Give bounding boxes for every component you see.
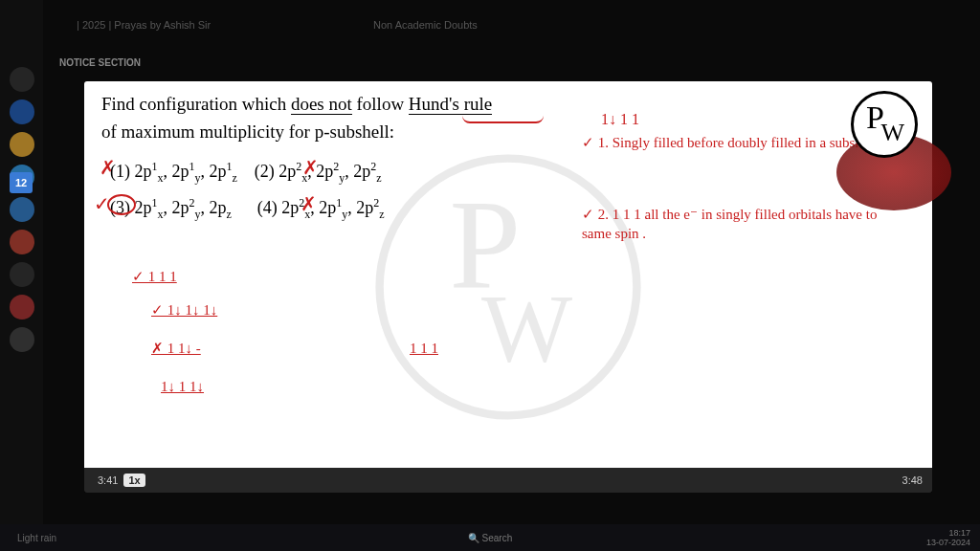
cross-mark-icon: ✗: [100, 156, 116, 179]
sidebar-channel-icon[interactable]: [10, 197, 34, 222]
cross-mark-icon: ✗: [302, 156, 319, 179]
video-current-time: 3:41: [98, 474, 118, 486]
sidebar-channel-icon[interactable]: [10, 132, 34, 157]
video-controls[interactable]: 3:41 1x 3:48: [84, 468, 932, 493]
notice-section-label: NOTICE SECTION: [59, 57, 141, 68]
playback-speed-button[interactable]: 1x: [123, 474, 145, 487]
orbital-diagram-3: ✗ 1 1↓ -: [151, 340, 201, 359]
video-slide: P W Find configuration which does not fo…: [84, 81, 932, 493]
pw-logo: P W: [851, 91, 918, 158]
calendar-icon[interactable]: 12: [10, 172, 33, 193]
orbital-diagram-5: 1 1 1: [410, 340, 438, 359]
windows-taskbar[interactable]: Light rain 🔍 Search 18:1713-07-2024: [0, 524, 980, 551]
taskbar-search[interactable]: 🔍 Search: [468, 533, 512, 543]
app-sidebar: [0, 0, 43, 551]
option-row-2: (3) 2p1x, 2p2y, 2pz (4) 2p2x, 2p1y, 2p2z: [101, 196, 385, 222]
sidebar-channel-icon[interactable]: [10, 99, 34, 124]
sidebar-channel-icon[interactable]: [10, 295, 34, 320]
circled-answer: [107, 194, 136, 215]
brace-annotation: [462, 116, 544, 123]
orbital-diagram-4: 1↓ 1 1↓: [161, 378, 204, 397]
nav-tab[interactable]: Non Academic Doubts: [373, 19, 478, 31]
sidebar-channel-icon[interactable]: [10, 327, 34, 352]
orbital-diagram-1: ✓ 1 1 1: [132, 268, 177, 287]
handwritten-rule-2: ✓ 2. 1 1 1 all the e⁻ in singly filled o…: [582, 206, 907, 243]
handwritten-rule-1: ✓ 1. Singly filled before doubly filled …: [582, 134, 888, 153]
nav-breadcrumb[interactable]: | 2025 | Prayas by Ashish Sir: [77, 19, 211, 31]
orbital-diagram-2: ✓ 1↓ 1↓ 1↓: [151, 301, 217, 320]
sidebar-channel-icon[interactable]: [10, 230, 34, 254]
cross-mark-icon: ✗: [301, 192, 317, 215]
video-total-time: 3:48: [902, 474, 923, 486]
handwritten-arrows: 1↓ 1 1: [601, 110, 639, 130]
svg-text:W: W: [481, 276, 572, 383]
sidebar-channel-icon[interactable]: [10, 262, 34, 287]
watermark-logo: P W: [374, 153, 642, 421]
sidebar-avatar-icon[interactable]: [10, 67, 34, 92]
weather-widget[interactable]: Light rain: [17, 533, 56, 543]
system-clock[interactable]: 18:1713-07-2024: [926, 528, 970, 547]
option-row-1: (1) 2p1x, 2p1y, 2p1z (2) 2p2x, 2p2y, 2p2…: [101, 160, 382, 186]
